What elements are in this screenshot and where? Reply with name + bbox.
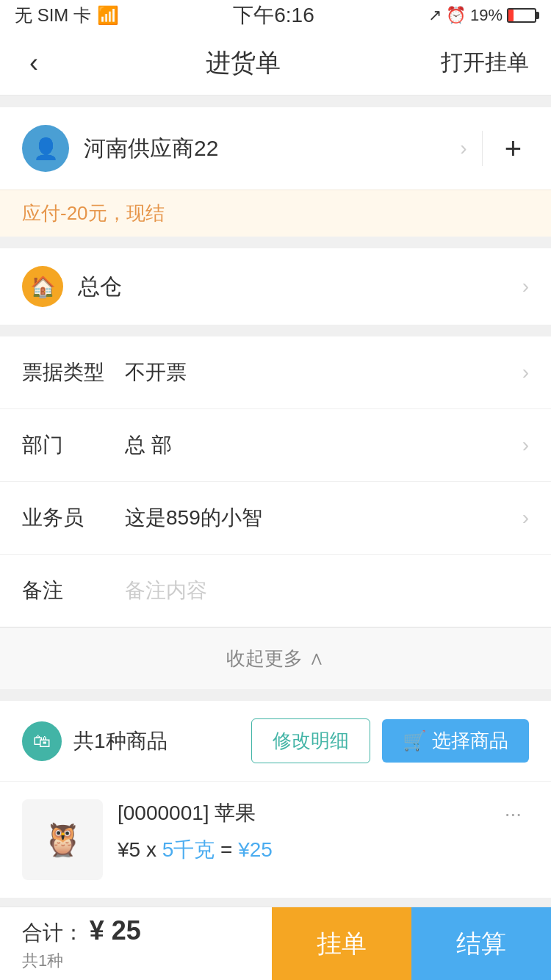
price-separator: x — [146, 838, 162, 861]
battery-icon — [507, 8, 536, 23]
total-line: 合计： ¥ 25 — [22, 915, 250, 947]
department-label: 部门 — [22, 431, 125, 459]
equals-sign: = — [220, 838, 238, 861]
wifi-icon: 📶 — [97, 5, 119, 26]
pend-button[interactable]: 挂单 — [272, 907, 411, 980]
bottom-total: 合计： ¥ 25 共1种 — [0, 907, 272, 980]
warehouse-name: 总仓 — [78, 272, 522, 302]
collapse-label: 收起更多 ∧ — [226, 646, 324, 671]
battery-percent: 19% — [470, 6, 503, 25]
main-content: 👤 河南供应商22 › + 应付-20元，现结 🏠 总仓 › 票据类型 不开票 … — [0, 107, 551, 972]
products-header: 🛍 共1种商品 修改明细 🛒 选择商品 — [0, 701, 551, 782]
nav-bar: ‹ 进货单 打开挂单 — [0, 31, 551, 96]
products-icon: 🛍 — [22, 721, 62, 761]
salesperson-row[interactable]: 业务员 这是859的小智 › — [0, 482, 551, 555]
department-value: 总 部 — [125, 431, 522, 459]
vertical-divider — [482, 131, 483, 166]
remark-row[interactable]: 备注 备注内容 — [0, 555, 551, 627]
more-options-button[interactable]: ··· — [497, 799, 529, 829]
quantity-value: 5千克 — [162, 838, 215, 861]
salesperson-label: 业务员 — [22, 504, 125, 532]
remark-label: 备注 — [22, 577, 125, 605]
bag-icon: 🛍 — [33, 731, 51, 752]
warehouse-card[interactable]: 🏠 总仓 › — [0, 248, 551, 325]
select-product-button[interactable]: 🛒 选择商品 — [382, 719, 529, 763]
collapse-button[interactable]: 收起更多 ∧ — [0, 627, 551, 689]
chevron-right-icon: › — [522, 275, 529, 298]
owl-icon: 🦉 — [43, 821, 83, 859]
remark-value: 备注内容 — [125, 577, 529, 605]
product-thumbnail: 🦉 — [22, 799, 103, 880]
supplier-card: 👤 河南供应商22 › + 应付-20元，现结 — [0, 107, 551, 237]
bottom-bar: 合计： ¥ 25 共1种 挂单 结算 — [0, 907, 551, 980]
status-right: ↗ ⏰ 19% — [428, 6, 536, 25]
product-item: 🦉 [0000001] 苹果 ¥5 x 5千克 = ¥25 ··· — [0, 782, 551, 898]
chevron-right-icon: › — [460, 137, 467, 160]
warehouse-icon: 🏠 — [22, 266, 63, 307]
page-title: 进货单 — [206, 46, 281, 80]
carrier-label: 无 SIM 卡 — [15, 4, 91, 27]
warehouse-row[interactable]: 🏠 总仓 › — [0, 248, 551, 325]
price-value: ¥5 — [118, 838, 140, 861]
product-name: [0000001] 苹果 — [118, 799, 497, 827]
notice-text: 应付-20元，现结 — [22, 202, 165, 224]
chevron-right-icon: › — [522, 506, 529, 530]
add-button[interactable]: + — [497, 132, 529, 165]
supplier-avatar: 👤 — [22, 125, 69, 172]
status-left: 无 SIM 卡 📶 — [15, 4, 119, 27]
product-info: [0000001] 苹果 ¥5 x 5千克 = ¥25 — [118, 799, 497, 864]
total-amount: ¥ 25 — [90, 915, 141, 946]
notice-bar: 应付-20元，现结 — [0, 190, 551, 237]
cart-icon: 🛒 — [403, 729, 426, 752]
form-card: 票据类型 不开票 › 部门 总 部 › 业务员 这是859的小智 › 备注 备注… — [0, 336, 551, 689]
chevron-right-icon: › — [522, 433, 529, 457]
supplier-name: 河南供应商22 — [84, 134, 460, 164]
products-count: 共1种商品 — [73, 727, 251, 755]
back-button[interactable]: ‹ — [22, 40, 46, 86]
open-pending-button[interactable]: 打开挂单 — [441, 48, 529, 78]
invoice-type-value: 不开票 — [125, 359, 522, 386]
salesperson-value: 这是859的小智 — [125, 504, 522, 532]
invoice-type-row[interactable]: 票据类型 不开票 › — [0, 336, 551, 409]
department-row[interactable]: 部门 总 部 › — [0, 409, 551, 482]
chevron-right-icon: › — [522, 361, 529, 384]
invoice-type-label: 票据类型 — [22, 359, 125, 386]
select-product-label: 选择商品 — [432, 728, 508, 754]
edit-detail-button[interactable]: 修改明细 — [251, 718, 370, 763]
total-label: 合计： — [22, 921, 84, 944]
products-card: 🛍 共1种商品 修改明细 🛒 选择商品 🦉 [0000001] 苹果 ¥5 x … — [0, 701, 551, 898]
total-count: 共1种 — [22, 950, 250, 972]
status-bar: 无 SIM 卡 📶 下午6:16 ↗ ⏰ 19% — [0, 0, 551, 31]
time-label: 下午6:16 — [233, 1, 314, 29]
avatar-icon: 👤 — [33, 137, 59, 161]
product-price: ¥5 x 5千克 = ¥25 — [118, 836, 497, 864]
location-icon: ↗ — [428, 6, 442, 25]
checkout-button[interactable]: 结算 — [411, 907, 551, 980]
house-icon: 🏠 — [30, 275, 56, 299]
alarm-icon: ⏰ — [446, 6, 466, 25]
total-value: ¥25 — [238, 838, 273, 861]
supplier-row[interactable]: 👤 河南供应商22 › + — [0, 107, 551, 190]
